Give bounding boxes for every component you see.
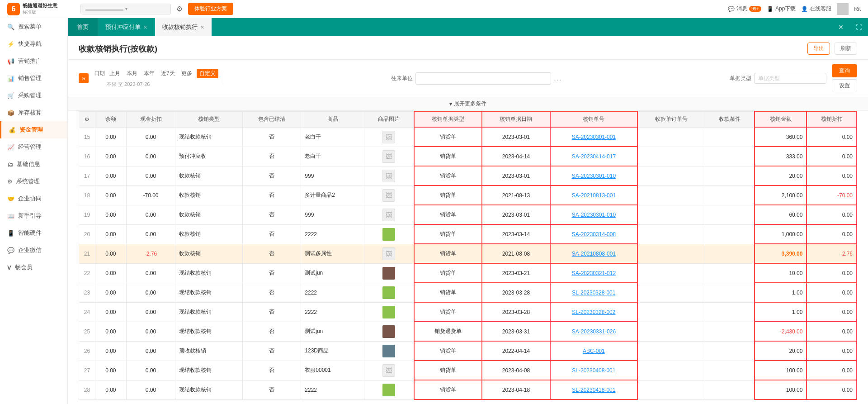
row-cancel-doc-no[interactable]: SA-20230301-010 <box>550 166 637 185</box>
sidebar-item-search[interactable]: 🔍 搜索菜单 <box>0 18 67 35</box>
row-cancel-doc-no[interactable]: SA-20210808-001 <box>550 244 637 263</box>
date-opt-custom[interactable]: 自定义 <box>197 69 218 78</box>
row-cancel-type: 现结收款核销 <box>175 263 243 283</box>
goods-image-placeholder: 🖼 <box>382 247 395 260</box>
sidebar-item-marketing[interactable]: 📢 营销推广 <box>0 52 67 70</box>
user-avatar[interactable] <box>837 3 849 15</box>
goods-thumbnail <box>382 384 395 396</box>
row-cancel-doc-no[interactable]: SL-20230328-002 <box>550 302 637 322</box>
expand-more-btn[interactable]: ▾ 展开更多条件 <box>449 100 486 108</box>
row-cash-discount: 0.00 <box>126 127 175 147</box>
row-cancel-doc-type: 销货单 <box>414 341 482 361</box>
row-balance: 0.00 <box>95 380 127 399</box>
row-cancel-doc-no[interactable]: SA-20230321-012 <box>550 263 637 283</box>
sidebar-item-sales[interactable]: 📊 销售管理 <box>0 70 67 87</box>
row-balance: 0.00 <box>95 224 127 244</box>
sidebar-item-funds[interactable]: 💰 资金管理 <box>0 121 67 138</box>
row-cancel-doc-no[interactable]: SA-20230331-026 <box>550 322 637 341</box>
row-receive-order <box>637 127 705 147</box>
row-cancel-doc-no[interactable]: SL-20230418-001 <box>550 380 637 399</box>
tab-prepay-close[interactable]: ✕ <box>143 24 147 30</box>
query-btn[interactable]: 查询 <box>832 64 857 77</box>
tab-home[interactable]: 首页 <box>68 18 98 36</box>
sidebar-item-operations[interactable]: 📈 经营管理 <box>0 138 67 156</box>
row-cancel-type: 收款核销 <box>175 224 243 244</box>
app-download-item[interactable]: 📱 App下载 <box>767 5 796 13</box>
row-cancel-discount: 0.00 <box>807 263 857 283</box>
row-cancel-type: 现结收款核销 <box>175 380 243 399</box>
sidebar-item-purchase[interactable]: 🛒 采购管理 <box>0 87 67 104</box>
sidebar-item-system[interactable]: ⚙ 系统管理 <box>0 173 67 190</box>
export-btn[interactable]: 导出 <box>807 43 830 55</box>
sidebar-item-inventory[interactable]: 📦 库存核算 <box>0 104 67 121</box>
table-row: 25 0.00 0.00 现结收款核销 否 测试jun 销货退货单 2023-0… <box>79 322 857 341</box>
row-receive-order <box>637 263 705 283</box>
sidebar-item-hardware[interactable]: 📱 智能硬件 <box>0 224 67 242</box>
date-opt-this-month[interactable]: 本月 <box>125 69 139 78</box>
tab-cancel-label: 收款核销执行 <box>162 23 198 31</box>
row-include-settled: 否 <box>243 302 301 322</box>
message-item[interactable]: 💬 消息 99+ <box>728 5 761 13</box>
row-cancel-doc-type: 销货单 <box>414 185 482 205</box>
row-cash-discount: 0.00 <box>126 302 175 322</box>
gear-icon[interactable]: ⚙ <box>176 5 183 13</box>
row-receive-order <box>637 361 705 380</box>
row-cancel-doc-no[interactable]: SA-20230301-010 <box>550 205 637 224</box>
row-goods: 测试多属性 <box>301 244 364 263</box>
row-cancel-doc-no[interactable]: SA-20230301-001 <box>550 127 637 147</box>
row-include-settled: 否 <box>243 244 301 263</box>
sidebar-item-vip[interactable]: V 畅会员 <box>0 259 67 276</box>
row-cancel-doc-no[interactable]: ABC-001 <box>550 341 637 361</box>
row-no: 25 <box>79 322 95 341</box>
settings-btn[interactable]: 设置 <box>832 79 857 92</box>
refresh-btn[interactable]: 刷新 <box>835 43 857 55</box>
sidebar-item-wechat[interactable]: 💬 企业微信 <box>0 242 67 259</box>
hardware-icon: 📱 <box>7 230 14 237</box>
row-cancel-doc-no[interactable]: SA-20210813-001 <box>550 185 637 205</box>
row-cancel-doc-no[interactable]: SL-20230328-001 <box>550 283 637 302</box>
type-select[interactable]: 单据类型 <box>754 73 826 84</box>
sidebar-item-basics[interactable]: 🗂 基础信息 <box>0 156 67 173</box>
sidebar-item-collab[interactable]: 🤝 企业协同 <box>0 190 67 207</box>
row-cancel-discount: 0.00 <box>807 224 857 244</box>
industry-btn[interactable]: 体验行业方案 <box>188 3 233 15</box>
app-icon: 📱 <box>767 6 774 12</box>
row-include-settled: 否 <box>243 361 301 380</box>
top-search-box[interactable]: ▬▬▬▬▬▬▬ ▾ <box>80 4 171 14</box>
col-settings[interactable]: ⚙ <box>79 111 95 127</box>
tab-expand-btn[interactable]: ⛶ <box>850 18 868 36</box>
unit-input[interactable] <box>415 72 551 85</box>
row-cash-discount: 0.00 <box>126 380 175 399</box>
row-cash-discount: -2.76 <box>126 244 175 263</box>
date-range: 不限 至 2023-07-26 <box>94 81 150 88</box>
online-service-item[interactable]: 👤 在线客服 <box>801 5 831 13</box>
row-receive-order <box>637 302 705 322</box>
date-opt-7days[interactable]: 近7天 <box>159 69 177 78</box>
tab-cancel[interactable]: 收款核销执行 ✕ <box>155 18 212 36</box>
row-cancel-amount: 2,100.00 <box>755 185 807 205</box>
page-title: 收款核销执行(按收款) <box>79 43 157 54</box>
date-opt-last-month[interactable]: 上月 <box>108 69 122 78</box>
row-receive-condition <box>705 205 755 224</box>
row-cancel-doc-date: 2023-03-01 <box>482 205 550 224</box>
inner-content: 收款核销执行(按收款) 导出 刷新 » 日期 上月 本月 本年 近7天 更多 <box>68 36 868 404</box>
user-label: Rit <box>854 6 861 12</box>
table-row: 23 0.00 0.00 现结收款核销 否 2222 销货单 2023-03-2… <box>79 283 857 302</box>
filter-expand-btn[interactable]: » <box>79 73 89 83</box>
row-receive-condition <box>705 361 755 380</box>
date-opt-more[interactable]: 更多 <box>179 69 194 78</box>
row-cancel-doc-date: 2023-04-08 <box>482 361 550 380</box>
row-cancel-doc-no[interactable]: SA-20230414-017 <box>550 147 637 166</box>
col-include-settled: 包含已结清 <box>243 111 301 127</box>
sidebar-item-quick[interactable]: ⚡ 快捷导航 <box>0 35 67 52</box>
table-row: 18 0.00 -70.00 收款核销 否 多计量商品2 🖼 销货单 2021-… <box>79 185 857 205</box>
tab-prepay[interactable]: 预付冲应付单 ✕ <box>98 18 155 36</box>
sidebar-item-guide[interactable]: 📖 新手引导 <box>0 207 67 224</box>
row-cancel-doc-no[interactable]: SL-20230408-001 <box>550 361 637 380</box>
date-opt-this-year[interactable]: 本年 <box>142 69 156 78</box>
row-cancel-doc-date: 2023-03-21 <box>482 263 550 283</box>
row-include-settled: 否 <box>243 147 301 166</box>
tab-cancel-close[interactable]: ✕ <box>200 24 204 30</box>
tab-close-btn[interactable]: ✕ <box>832 18 850 36</box>
row-cancel-doc-no[interactable]: SA-20230314-008 <box>550 224 637 244</box>
